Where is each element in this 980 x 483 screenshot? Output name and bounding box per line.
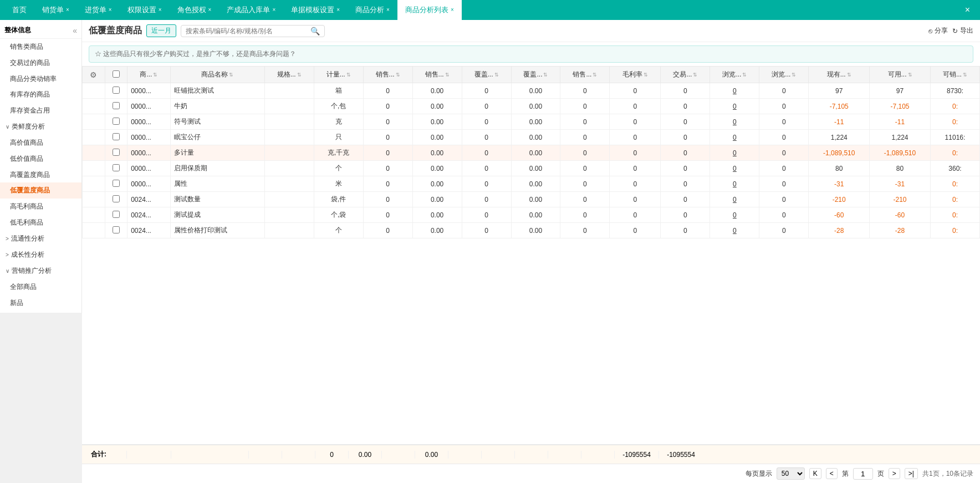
sidebar-item-traded-goods[interactable]: 交易过的商品: [0, 55, 81, 71]
nav-close-sales-order[interactable]: ×: [66, 0, 69, 20]
nav-product-storage[interactable]: 产成品入库单 ×: [219, 0, 283, 20]
sidebar-section-growth[interactable]: > 成长性分析: [0, 247, 81, 263]
row-checkbox[interactable]: [113, 118, 120, 125]
sidebar-section-circulation[interactable]: > 流通性分析: [0, 231, 81, 247]
col-cover2[interactable]: 覆盖...⇅: [511, 67, 560, 83]
nav-close-product-analysis[interactable]: ×: [386, 0, 390, 20]
nav-purchase-order[interactable]: 进货单 ×: [77, 0, 120, 20]
col-code[interactable]: 商...⇅: [127, 67, 171, 83]
cell-browse1[interactable]: 0: [710, 130, 759, 145]
row-checkbox[interactable]: [113, 87, 120, 94]
cell-check[interactable]: [105, 207, 127, 223]
search-icon[interactable]: 🔍: [310, 27, 320, 35]
search-input[interactable]: [186, 27, 308, 35]
window-close-button[interactable]: ×: [959, 5, 976, 15]
nav-permission-settings[interactable]: 权限设置 ×: [120, 0, 170, 20]
cell-check[interactable]: [105, 99, 127, 114]
col-current-stock[interactable]: 现有...⇅: [809, 67, 870, 83]
cell-check[interactable]: [105, 83, 127, 99]
col-name[interactable]: 商品名称⇅: [170, 67, 264, 83]
cell-browse1[interactable]: 0: [710, 99, 759, 114]
row-checkbox[interactable]: [113, 102, 120, 109]
nav-close-purchase-order[interactable]: ×: [109, 0, 112, 20]
row-checkbox[interactable]: [113, 226, 120, 233]
nav-role-auth[interactable]: 角色授权 ×: [170, 0, 220, 20]
cell-browse1[interactable]: 0: [710, 192, 759, 207]
row-checkbox[interactable]: [113, 133, 120, 140]
sidebar-item-high-margin[interactable]: 高毛利商品: [0, 199, 81, 215]
nav-product-analysis-list[interactable]: 商品分析列表 ×: [397, 0, 462, 20]
last-page-button[interactable]: >|: [905, 468, 918, 479]
prev-page-button[interactable]: <: [826, 468, 838, 479]
row-checkbox[interactable]: [113, 180, 120, 187]
nav-close-template[interactable]: ×: [336, 0, 340, 20]
nav-sales-order[interactable]: 销货单 ×: [34, 0, 77, 20]
cell-sales-amt: 0.00: [412, 130, 462, 145]
cell-browse1[interactable]: 0: [710, 207, 759, 223]
col-spec[interactable]: 规格...⇅: [264, 67, 314, 83]
sidebar-item-high-coverage[interactable]: 高覆盖度商品: [0, 167, 81, 183]
sidebar-item-low-coverage[interactable]: 低覆盖度商品: [0, 182, 81, 199]
cell-check[interactable]: [105, 130, 127, 145]
nav-close-permission[interactable]: ×: [159, 0, 162, 20]
col-checkbox[interactable]: [105, 67, 127, 83]
cell-browse1[interactable]: 0: [710, 161, 759, 176]
sidebar-item-sales-goods[interactable]: 销售类商品: [0, 39, 81, 55]
col-cover1[interactable]: 覆盖...⇅: [462, 67, 511, 83]
cell-browse1[interactable]: 0: [710, 223, 759, 238]
col-sales2[interactable]: 销售...⇅: [560, 67, 610, 83]
sidebar-section-marketing[interactable]: ∨ 营销推广分析: [0, 263, 81, 279]
nav-close-product-analysis-list[interactable]: ×: [451, 0, 454, 20]
sidebar-item-all-goods[interactable]: 全部商品: [0, 279, 81, 295]
export-button[interactable]: ↻ 导出: [952, 26, 973, 35]
sidebar-item-new-goods[interactable]: 新品: [0, 295, 81, 311]
sidebar-item-stock-capital[interactable]: 库存资金占用: [0, 103, 81, 119]
cell-browse1[interactable]: 0: [710, 145, 759, 161]
col-trade[interactable]: 交易...⇅: [661, 67, 710, 83]
next-page-button[interactable]: >: [889, 468, 900, 479]
cell-check[interactable]: [105, 145, 127, 161]
row-checkbox[interactable]: [113, 211, 120, 218]
col-sales-amt[interactable]: 销售...⇅: [412, 67, 462, 83]
row-checkbox[interactable]: [113, 149, 120, 156]
page-number-input[interactable]: [853, 468, 873, 480]
nav-template-settings[interactable]: 单据模板设置 ×: [283, 0, 348, 20]
share-button[interactable]: ⎋ 分享: [928, 26, 948, 35]
cell-check[interactable]: [105, 223, 127, 238]
col-sales-qty[interactable]: 销售...⇅: [363, 67, 412, 83]
cell-sales-qty: 0: [363, 130, 412, 145]
col-unit[interactable]: 计量...⇅: [314, 67, 363, 83]
time-filter-button[interactable]: 近一月: [146, 24, 176, 37]
col-browse1[interactable]: 浏览...⇅: [710, 67, 759, 83]
sidebar-item-low-margin[interactable]: 低毛利商品: [0, 215, 81, 231]
nav-close-role-auth[interactable]: ×: [208, 0, 212, 20]
cell-check[interactable]: [105, 114, 127, 130]
cell-check[interactable]: [105, 192, 127, 207]
sidebar-item-high-value[interactable]: 高价值商品: [0, 135, 81, 151]
sidebar-item-stock-goods[interactable]: 有库存的商品: [0, 87, 81, 103]
cell-check[interactable]: [105, 176, 127, 192]
col-available[interactable]: 可用...⇅: [870, 67, 931, 83]
row-checkbox[interactable]: [113, 195, 120, 202]
sidebar-item-low-value[interactable]: 低价值商品: [0, 151, 81, 167]
first-page-button[interactable]: K: [809, 468, 821, 479]
cell-gross-rate: 0: [610, 83, 661, 99]
select-all-checkbox[interactable]: [113, 70, 120, 78]
sidebar-collapse-icon[interactable]: «: [73, 26, 77, 35]
nav-home[interactable]: 首页: [4, 0, 34, 20]
col-settings[interactable]: ⚙: [83, 67, 105, 83]
nav-close-product-storage[interactable]: ×: [272, 0, 275, 20]
cell-check[interactable]: [105, 161, 127, 176]
sidebar-item-category-rate[interactable]: 商品分类动销率: [0, 71, 81, 87]
cell-browse1[interactable]: 0: [710, 83, 759, 99]
page-size-select[interactable]: 50 100 200: [777, 467, 805, 480]
col-gross-rate[interactable]: 毛利率⇅: [610, 67, 661, 83]
row-checkbox[interactable]: [113, 164, 120, 171]
cell-browse1[interactable]: 0: [710, 114, 759, 130]
cell-trade: 0: [661, 99, 710, 114]
sidebar-section-freshness[interactable]: ∨ 类鲜度分析: [0, 119, 81, 135]
cell-browse1[interactable]: 0: [710, 176, 759, 192]
nav-product-analysis[interactable]: 商品分析 ×: [348, 0, 397, 20]
col-browse2[interactable]: 浏览...⇅: [759, 67, 809, 83]
col-sellable[interactable]: 可销...⇅: [930, 67, 979, 83]
